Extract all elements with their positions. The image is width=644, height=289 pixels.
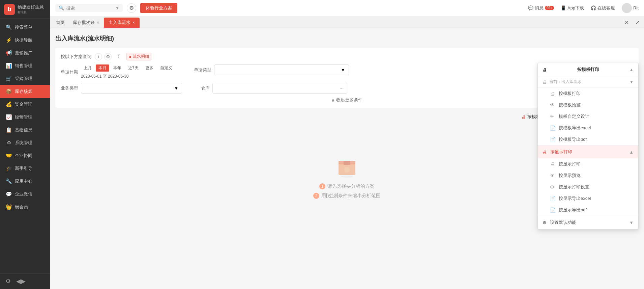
dropdown-default-header[interactable]: ⚙ 设置默认功能 ▼	[538, 216, 638, 229]
dropdown-item-template-preview[interactable]: 👁 按模板预览	[538, 99, 638, 111]
sidebar-item-cooperation[interactable]: 🤝 企业协同	[0, 149, 50, 162]
chat-icon: 💬	[5, 191, 12, 197]
sidebar-item-purchase[interactable]: 🛒 采购管理	[0, 72, 50, 85]
topbar-right: 💬 消息 99+ 📱 App下载 🎧 在线客服 Rit	[528, 3, 639, 13]
display-excel-icon: 📄	[550, 196, 555, 201]
warehouse-input[interactable]: ···	[212, 83, 347, 94]
filter-actions: + ⚙	[95, 53, 112, 60]
sidebar-item-sales[interactable]: 📊 销售管理	[0, 59, 50, 72]
crown-icon: 👑	[5, 204, 12, 210]
business-type-chevron-icon: ▼	[174, 86, 178, 91]
window-expand-button[interactable]: ⤢	[633, 19, 641, 27]
template-excel-icon: 📄	[550, 125, 555, 131]
dropdown-section-display: 🖨 按显示打印 ▲ 🖨 按显示打印 👁 按显示预览 ⚙ 按显示打印设置	[538, 146, 638, 216]
dropdown-item-display-excel[interactable]: 📄 按显示导出excel	[538, 193, 638, 204]
tab-home[interactable]: 首页	[53, 18, 68, 28]
date-range: 2023-06-01 至 2023-06-30	[81, 74, 175, 79]
dropdown-header-chevron[interactable]: ▲	[629, 67, 634, 72]
messages-label: 消息	[535, 5, 544, 11]
app-download-button[interactable]: 📱 App下载	[561, 5, 584, 11]
sidebar-item-inventory[interactable]: 📦 库存核算	[0, 85, 50, 98]
dropdown-item-template-print[interactable]: 🖨 按模板打印	[538, 88, 638, 99]
trend-icon: 📈	[5, 114, 12, 120]
topbar-search-box[interactable]: 🔍 ▼	[55, 4, 123, 12]
filter-add-button[interactable]: +	[95, 53, 102, 60]
svg-rect-2	[344, 161, 350, 165]
search-input[interactable]	[66, 5, 113, 10]
business-type-select[interactable]: ▼	[81, 83, 182, 94]
dropdown-item-display-settings[interactable]: ⚙ 按显示打印设置	[538, 181, 638, 193]
date-tab-custom[interactable]: 自定义	[157, 64, 175, 72]
current-label: 当前：出入库流水	[549, 79, 582, 85]
money-icon: 💰	[5, 101, 12, 107]
sidebar-bottom: ⚙ ◀▶	[0, 273, 50, 289]
sidebar-item-member[interactable]: 👑 畅会员	[0, 201, 50, 213]
template-pdf-icon: 📄	[550, 137, 555, 142]
sidebar-item-app[interactable]: 🔧 应用中心	[0, 175, 50, 188]
online-service-button[interactable]: 🎧 在线客服	[591, 5, 615, 11]
topbar: 🔍 ▼ ⚙ 体验行业方案 💬 消息 99+ 📱 App下载 🎧 在线客服 Rit	[50, 0, 644, 16]
logo-icon: b	[4, 4, 15, 15]
template-preview-icon: 👁	[550, 102, 555, 108]
app-badge: 标准版	[18, 10, 44, 15]
settings-icon[interactable]: ⚙	[5, 278, 11, 285]
doc-type-chevron-icon: ▼	[341, 68, 345, 73]
date-filter: 上月 本月 本年 近7天 更多 自定义 2023-06-01 至 2023-06…	[81, 64, 175, 79]
display-print-item-icon: 🖨	[550, 161, 555, 167]
filter-header: 按以下方案查询 + ⚙ 《 ● 流水明细	[61, 53, 633, 60]
industry-button[interactable]: 体验行业方案	[140, 3, 177, 13]
search-icon: 🔍	[5, 24, 12, 30]
filter-section-label: 按以下方案查询	[61, 54, 91, 60]
sidebar-item-operations[interactable]: 📈 经营管理	[0, 111, 50, 124]
date-tab-this-month[interactable]: 本月	[96, 64, 109, 72]
dropdown-item-template-design[interactable]: ✏ 模板自定义设计	[538, 111, 638, 122]
guide-icon: 🎓	[5, 165, 12, 172]
online-service-label: 在线客服	[597, 5, 615, 11]
page-title: 出入库流水(流水明细)	[55, 34, 639, 43]
dropdown-display-header[interactable]: 🖨 按显示打印 ▲	[538, 146, 638, 158]
date-tab-7days[interactable]: 近7天	[125, 64, 141, 72]
filter-collapse-icon[interactable]: 《	[115, 54, 120, 60]
tab-inventory-flow-close[interactable]: ×	[133, 20, 135, 25]
sidebar-label-guide: 新手引导	[15, 165, 32, 172]
tab-inventory-flow[interactable]: 出入库流水 ×	[104, 18, 140, 28]
app-download-label: App下载	[567, 5, 584, 11]
business-type-label: 业务类型	[61, 85, 78, 91]
warehouse-dots-icon[interactable]: ···	[340, 85, 344, 91]
date-tab-last-month[interactable]: 上月	[81, 64, 94, 72]
tab-inventory-batch-close[interactable]: ×	[97, 20, 99, 25]
step-2-number: 2	[313, 193, 319, 199]
sidebar-item-finance[interactable]: 💰 资金管理	[0, 98, 50, 111]
sidebar-item-guide[interactable]: 🎓 新手引导	[0, 162, 50, 175]
sidebar-label-member: 畅会员	[15, 204, 28, 210]
topbar-gear-button[interactable]: ⚙	[127, 3, 136, 13]
search-icon: 🔍	[59, 5, 64, 10]
sidebar-item-search[interactable]: 🔍 搜索菜单	[0, 21, 50, 34]
avatar	[622, 3, 632, 13]
sidebar-item-system[interactable]: ⚙ 系统管理	[0, 136, 50, 149]
date-tab-more[interactable]: 更多	[143, 64, 156, 72]
dropdown-item-display-preview[interactable]: 👁 按显示预览	[538, 170, 638, 181]
window-close-button[interactable]: ✕	[622, 19, 631, 27]
dropdown-item-display-pdf[interactable]: 📄 按显示导出pdf	[538, 204, 638, 216]
sidebar-item-shortcut[interactable]: ⚡ 快捷导航	[0, 34, 50, 47]
dropdown-item-template-pdf[interactable]: 📄 按模板导出pdf	[538, 134, 638, 145]
doc-type-select[interactable]: ▼	[214, 64, 349, 75]
sidebar-item-basic[interactable]: 📋 基础信息	[0, 124, 50, 136]
tab-inventory-batch[interactable]: 库存批次账 ×	[68, 18, 104, 28]
filter-setting-button[interactable]: ⚙	[104, 53, 112, 60]
template-design-label: 模板自定义设计	[559, 113, 589, 120]
collapse-icon[interactable]: ◀▶	[16, 278, 26, 285]
dropdown-item-display-print[interactable]: 🖨 按显示打印	[538, 158, 638, 170]
user-avatar-area[interactable]: Rit	[622, 3, 639, 13]
messages-button[interactable]: 💬 消息 99+	[528, 5, 554, 11]
sidebar-item-weixin[interactable]: 💬 企业微信	[0, 188, 50, 201]
date-tab-this-year[interactable]: 本年	[111, 64, 124, 72]
headset-icon: 🎧	[591, 5, 596, 10]
flash-icon: ⚡	[5, 37, 12, 43]
search-dropdown-icon[interactable]: ▼	[115, 6, 119, 10]
empty-illustration	[333, 153, 360, 180]
messages-badge: 99+	[545, 6, 554, 10]
sidebar-item-marketing[interactable]: 📢 营销推广	[0, 47, 50, 59]
dropdown-item-template-excel[interactable]: 📄 按模板导出excel	[538, 122, 638, 134]
